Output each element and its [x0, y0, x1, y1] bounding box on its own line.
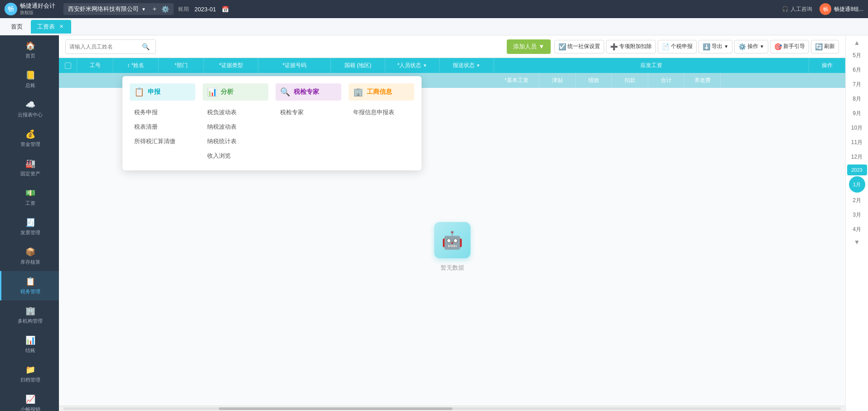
operation-button[interactable]: ⚙️ 操作 ▼ [734, 40, 768, 53]
add-company-icon[interactable]: ＋ [151, 5, 158, 13]
menu-annual-report[interactable]: 年报信息申报表 [349, 105, 414, 120]
section-business-info-header: 🏢 工商信息 [349, 83, 414, 101]
select-all-checkbox[interactable] [65, 63, 71, 69]
export-dropdown-icon: ▼ [724, 44, 728, 49]
tab-salary[interactable]: 工资表 ✕ [31, 20, 71, 34]
sidebar-item-cloud-report[interactable]: ☁️ 云报表中心 [0, 94, 59, 124]
menu-tax-declaration[interactable]: 税务申报 [130, 105, 195, 120]
help-button[interactable]: 🎧 人工咨询 [782, 5, 812, 13]
menu-income-tax-settlement[interactable]: 所得税汇算清缴 [130, 134, 195, 149]
tab-close-button[interactable]: ✕ [58, 23, 65, 30]
section-tax-expert-header: 🔍 税检专家 [276, 83, 341, 101]
calendar-month-11[interactable]: 11月 [848, 135, 866, 149]
calendar-month-4[interactable]: 4月 [848, 222, 866, 236]
special-deduction-icon: ➕ [610, 43, 618, 50]
calendar-month-6[interactable]: 6月 [848, 63, 866, 77]
calendar-year-label: 2023 [847, 164, 867, 175]
th-ops-spacer-row2 [721, 73, 757, 88]
table-header-row1: 工号 ↕ *姓名 *部门 *证据类型 *证据号码 国籍 (地 [59, 58, 845, 73]
home-tab-label: 首页 [11, 23, 23, 31]
menu-tax-form[interactable]: 税表清册 [130, 120, 195, 134]
sidebar-item-invoice[interactable]: 🧾 发票管理 [0, 212, 59, 242]
declaration-icon: 📋 [134, 87, 144, 97]
header-right: 🎧 人工咨询 畅 畅捷通8组... [782, 3, 863, 15]
sidebar-item-fixed-assets[interactable]: 🏭 固定资产 [0, 153, 59, 183]
app-title-group: 畅捷通好会计 旗舰版 [20, 2, 55, 16]
tab-bar: 首页 工资表 ✕ [0, 18, 868, 35]
calendar-scroll-down[interactable]: ▼ [849, 237, 865, 247]
analysis-icon: 📊 [207, 87, 217, 97]
sidebar-item-multi-org[interactable]: 🏢 多机构管理 [0, 300, 59, 330]
report-status-filter-icon[interactable]: ▼ [476, 63, 480, 68]
sidebar-item-ledger[interactable]: 📒 总账 [0, 65, 59, 94]
sidebar-item-home[interactable]: 🏠 首页 [0, 35, 59, 65]
calendar-month-10[interactable]: 10月 [848, 121, 866, 135]
tax-report-button[interactable]: 📄 个税申报 [658, 40, 697, 53]
th-checkbox[interactable] [59, 58, 77, 73]
calendar-month-9[interactable]: 9月 [848, 106, 866, 120]
toolbar-actions: ☑️ 统一社保设置 ➕ 专项附加扣除 📄 个税申报 ⬇️ 导出 ▼ ⚙️ [554, 40, 839, 53]
th-total: 合计 [648, 73, 684, 88]
search-input-wrap[interactable]: 🔍 [65, 39, 156, 54]
th-id-type: *证据类型 [204, 58, 258, 73]
export-button[interactable]: ⬇️ 导出 ▼ [698, 40, 732, 53]
search-input[interactable] [69, 44, 142, 50]
th-report-status[interactable]: 报送状态 ▼ [440, 58, 494, 73]
cloud-icon: ☁️ [25, 100, 35, 110]
sidebar-item-mini-report[interactable]: 📈 小畅报销 [0, 389, 59, 411]
calendar-month-3[interactable]: 3月 [848, 208, 866, 222]
special-deduction-button[interactable]: ➕ 专项附加扣除 [606, 40, 656, 53]
section-business-info-title: 工商信息 [367, 88, 392, 96]
th-base-salary: *基本工资 [494, 73, 539, 88]
menu-tax-statistics[interactable]: 纳税统计表 [203, 134, 268, 149]
dropdown-section-business-info: 🏢 工商信息 年报信息申报表 [349, 83, 414, 163]
settings-icon[interactable]: ⚙️ [161, 5, 169, 13]
tax-dropdown-menu: 📋 申报 税务申报 税表清册 所得税汇算清缴 📊 分析 税负波动表 纳税波动表 … [122, 76, 422, 170]
menu-income-browse[interactable]: 收入浏览 [203, 149, 268, 163]
user-info[interactable]: 畅 畅捷通8组... [820, 3, 863, 15]
new-guide-button[interactable]: 🎯 新手引导 [770, 40, 809, 53]
section-analysis-header: 📊 分析 [203, 83, 268, 101]
th-status[interactable]: *人员状态 ▼ [385, 58, 440, 73]
menu-tax-payment[interactable]: 纳税波动表 [203, 120, 268, 134]
sidebar-item-fund[interactable]: 💰 资金管理 [0, 124, 59, 153]
add-person-button[interactable]: 添加人员 ▼ [507, 39, 551, 54]
sidebar-item-salary[interactable]: 💵 工资 [0, 183, 59, 212]
th-name[interactable]: ↕ *姓名 [113, 58, 159, 73]
calendar-month-5[interactable]: 5月 [848, 48, 866, 62]
refresh-icon: 🔄 [815, 43, 823, 50]
company-selector[interactable]: 西安虾米网络科技有限公司 ▼ ＋ ⚙️ [63, 3, 174, 15]
status-filter-icon[interactable]: ▼ [422, 63, 427, 68]
new-guide-label: 新手引导 [783, 43, 805, 50]
calendar-month-7[interactable]: 7月 [848, 77, 866, 91]
th-salary-group: 应发工资 [494, 58, 809, 73]
search-icon: 🔍 [142, 43, 150, 50]
business-info-icon: 🏢 [353, 87, 363, 97]
scrollbar-thumb[interactable] [219, 407, 452, 410]
sidebar: 🏠 首页 📒 总账 ☁️ 云报表中心 💰 资金管理 🏭 固定资产 💵 工资 🧾 … [0, 35, 59, 411]
scrollbar-track[interactable] [63, 407, 841, 410]
th-region: 国籍 (地区) [331, 58, 385, 73]
app-logo-icon: 畅 [5, 3, 17, 15]
calendar-month-8[interactable]: 8月 [848, 92, 866, 106]
calendar-month-2[interactable]: 2月 [848, 193, 866, 207]
content-area: 🔍 添加人员 ▼ ☑️ 统一社保设置 ➕ 专项附加扣除 📄 个税申报 [59, 35, 845, 411]
sidebar-item-close-accounts[interactable]: 📊 结账 [0, 330, 59, 359]
dropdown-section-analysis: 📊 分析 税负波动表 纳税波动表 纳税统计表 收入浏览 [203, 83, 268, 163]
calendar-icon[interactable]: 📅 [222, 6, 229, 13]
menu-tax-burden[interactable]: 税负波动表 [203, 105, 268, 120]
calendar-month-1-active[interactable]: 1月 [849, 176, 865, 193]
inventory-icon: 📦 [25, 247, 35, 257]
calendar-scroll-up[interactable]: ▲ [849, 37, 865, 48]
refresh-button[interactable]: 🔄 刷新 [811, 40, 839, 53]
menu-tax-inspection[interactable]: 税检专家 [276, 105, 341, 120]
scrollbar-area [59, 406, 845, 411]
help-label: 人工咨询 [790, 5, 812, 13]
sidebar-item-inventory[interactable]: 📦 库存核算 [0, 242, 59, 271]
th-performance: 绩效 [576, 73, 612, 88]
calendar-month-12[interactable]: 12月 [848, 150, 866, 164]
social-security-button[interactable]: ☑️ 统一社保设置 [554, 40, 604, 53]
sidebar-item-tax[interactable]: 📋 税务管理 [0, 271, 59, 300]
tab-home[interactable]: 首页 [5, 20, 29, 34]
sidebar-item-archive[interactable]: 📁 归档管理 [0, 359, 59, 389]
